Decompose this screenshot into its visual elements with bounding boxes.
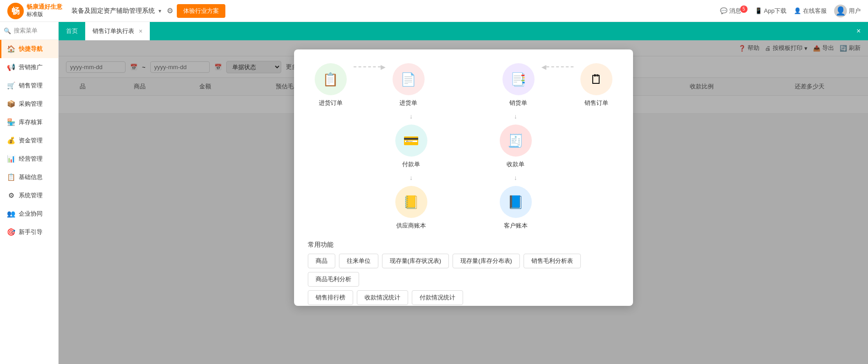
sales-icon: 🛒	[7, 81, 15, 90]
trial-button[interactable]: 体验行业方案	[177, 4, 225, 18]
logo-text: 畅康通好生意 标准版	[27, 3, 62, 18]
online-service-label: 在线客服	[803, 7, 827, 15]
flow-node-purchase-order[interactable]: 📋 进货订单	[308, 63, 354, 107]
sidebar-item-purchase[interactable]: 📦 采购管理	[0, 95, 58, 113]
sidebar-item-operations[interactable]: 📊 经营管理	[0, 150, 58, 168]
sidebar-item-label-collab: 企业协同	[19, 210, 43, 218]
purchase-order-label: 进货订单	[319, 99, 343, 107]
system-title-wrap: 装备及固定资产辅助管理系统 ▾ ⚙	[71, 6, 173, 15]
settings-button[interactable]: ⚙	[167, 6, 173, 15]
purchase-icon: 📦	[7, 100, 15, 108]
sidebar-item-newbie[interactable]: 🎯 新手引导	[0, 223, 58, 241]
tab-home[interactable]: 首页	[59, 22, 85, 40]
tab-close-button[interactable]: ×	[139, 27, 142, 35]
message-icon: 💬	[720, 7, 727, 14]
down-arrow-supplier: ↓	[409, 174, 413, 181]
flow-node-supplier-ledger[interactable]: ↓ 📒 供应商账本	[388, 173, 434, 230]
sidebar-item-system[interactable]: ⚙ 系统管理	[0, 186, 58, 205]
logo-line2: 标准版	[27, 11, 62, 18]
receipt-bill-icon: 🧾	[500, 125, 532, 157]
finance-icon: 💰	[7, 136, 15, 145]
sidebar-item-basic-info[interactable]: 📋 基础信息	[0, 168, 58, 186]
sidebar-item-inventory[interactable]: 🏪 库存核算	[0, 113, 58, 131]
sidebar-item-finance[interactable]: 💰 资金管理	[0, 131, 58, 150]
func-btn-product-gross[interactable]: 商品毛利分析	[308, 272, 359, 287]
flow-node-purchase-bill[interactable]: 📄 进货单	[386, 63, 431, 107]
sidebar-search[interactable]: 🔍 搜索菜单	[0, 22, 58, 40]
message-badge: 5	[740, 5, 748, 13]
app-download-button[interactable]: 📱 App下载	[755, 7, 786, 15]
down-arrow-receipt: ↓	[514, 113, 517, 120]
sidebar-search-inner[interactable]: 🔍 搜索菜单	[4, 27, 55, 35]
modal-overlay[interactable]: 📋 进货订单 ▶	[59, 40, 868, 364]
sidebar: 🔍 搜索菜单 🏠 快捷导航 📢 营销推广 🛒 销售管理 📦	[0, 22, 59, 364]
user-label: 用户	[849, 7, 861, 15]
flow-node-customer-ledger[interactable]: ↓ 📘 客户账本	[493, 173, 539, 230]
sidebar-item-quick-nav[interactable]: 🏠 快捷导航	[0, 40, 58, 58]
flow-node-sales-order[interactable]: 🗒 销售订单	[573, 63, 619, 107]
down-arrow-payment: ↓	[409, 113, 413, 120]
online-service-icon: 👤	[794, 7, 801, 14]
purchase-bill-label: 进货单	[399, 99, 417, 107]
flow-node-receipt-bill[interactable]: ↓ 🧾 收款单	[493, 112, 539, 168]
func-btn-sales-rank[interactable]: 销售排行榜	[308, 290, 353, 305]
supplier-ledger-icon: 📒	[395, 186, 427, 218]
customer-ledger-icon: 📘	[500, 186, 532, 218]
system-icon: ⚙	[7, 191, 15, 200]
system-dropdown-button[interactable]: ▾	[158, 8, 161, 14]
sidebar-item-collab[interactable]: 👥 企业协同	[0, 205, 58, 223]
func-btn-partner[interactable]: 往来单位	[339, 254, 378, 268]
supplier-ledger-label: 供应商账本	[396, 222, 426, 230]
top-right: 💬 消息 5 📱 App下载 👤 在线客服 👤 用户	[720, 5, 861, 17]
logo-icon: 畅	[7, 3, 24, 19]
sidebar-item-label-basic-info: 基础信息	[19, 173, 43, 181]
modal: 📋 进货订单 ▶	[294, 49, 633, 306]
message-button[interactable]: 💬 消息 5	[720, 7, 748, 15]
func-buttons-row1: 商品 往来单位 现存量(库存状况表) 现存量(库存分布表) 销售毛利分析表 商品…	[308, 254, 619, 287]
sales-order-label: 销售订单	[584, 99, 608, 107]
sidebar-item-sales[interactable]: 🛒 销售管理	[0, 76, 58, 95]
sidebar-item-label-inventory: 库存核算	[19, 118, 43, 126]
content-area: 首页 销售订单执行表 × × ❓ 帮助 🖨	[59, 22, 868, 364]
func-btn-sales-gross[interactable]: 销售毛利分析表	[524, 254, 581, 268]
payment-bill-label: 付款单	[402, 160, 420, 168]
common-func: 常用功能 商品 往来单位 现存量(库存状况表) 现存量(库存分布表) 销售毛利分…	[308, 241, 619, 305]
customer-ledger-label: 客户账本	[504, 222, 528, 230]
app-download-icon: 📱	[755, 7, 762, 14]
app-download-label: App下载	[764, 7, 786, 15]
online-service-button[interactable]: 👤 在线客服	[794, 7, 827, 15]
search-icon: 🔍	[4, 27, 11, 34]
main-area: 🔍 搜索菜单 🏠 快捷导航 📢 营销推广 🛒 销售管理 📦	[0, 22, 868, 364]
system-title: 装备及固定资产辅助管理系统	[71, 7, 155, 15]
sales-bill-label: 销货单	[509, 99, 527, 107]
tab-bar: 首页 销售订单执行表 × ×	[59, 22, 868, 40]
func-btn-stock-dist[interactable]: 现存量(库存分布表)	[453, 254, 520, 268]
top-bar: 畅 畅康通好生意 标准版 装备及固定资产辅助管理系统 ▾ ⚙ 体验行业方案 💬 …	[0, 0, 868, 22]
tab-sales-order-exec[interactable]: 销售订单执行表 ×	[85, 22, 150, 40]
sidebar-item-label-system: 系统管理	[19, 191, 43, 200]
sidebar-item-label-marketing: 营销推广	[19, 63, 43, 71]
marketing-icon: 📢	[7, 63, 15, 71]
common-func-title: 常用功能	[308, 241, 619, 249]
tab-bar-close-button[interactable]: ×	[849, 27, 868, 35]
logo-line1: 畅康通好生意	[27, 3, 62, 11]
flow-node-sales-bill[interactable]: 📑 销货单	[496, 63, 541, 107]
sidebar-item-label-purchase: 采购管理	[19, 100, 43, 108]
sidebar-item-label-sales: 销售管理	[19, 81, 43, 90]
func-btn-payment-stats[interactable]: 付款情况统计	[412, 290, 463, 305]
avatar: 👤	[834, 5, 847, 17]
sidebar-item-label-newbie: 新手引导	[19, 228, 43, 236]
func-btn-stock-status[interactable]: 现存量(库存状况表)	[382, 254, 449, 268]
purchase-bill-icon: 📄	[393, 63, 425, 95]
sidebar-item-marketing[interactable]: 📢 营销推广	[0, 58, 58, 76]
func-btn-product[interactable]: 商品	[308, 254, 335, 268]
func-btn-receipt-stats[interactable]: 收款情况统计	[357, 290, 408, 305]
tab-home-label: 首页	[66, 27, 78, 35]
down-arrow-customer: ↓	[514, 174, 517, 181]
user-button[interactable]: 👤 用户	[834, 5, 861, 17]
receipt-bill-label: 收款单	[507, 160, 524, 168]
message-label: 消息	[729, 7, 741, 15]
flow-node-payment-bill[interactable]: ↓ 💳 付款单	[388, 112, 434, 168]
sidebar-item-label-operations: 经营管理	[19, 155, 43, 163]
collab-icon: 👥	[7, 210, 15, 218]
